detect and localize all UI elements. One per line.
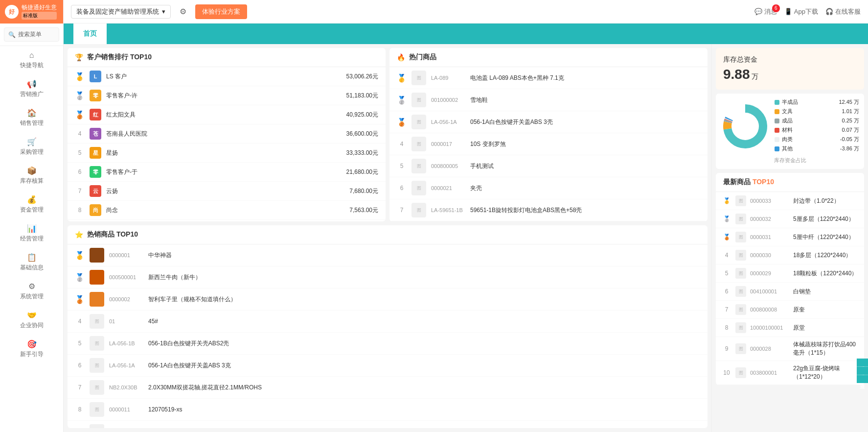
sidebar-item-营销推广[interactable]: 📢营销推广	[0, 74, 63, 103]
fire-icon: 🔥	[397, 53, 405, 61]
legend-dot	[775, 119, 779, 123]
rank-item: 🥉红红太阳文具40,925.00元	[68, 105, 386, 124]
sidebar-item-快捷导航[interactable]: ⌂快捷导航	[0, 46, 63, 74]
gold-medal-icon: 🥇	[75, 251, 85, 260]
newest-product-item: 🥈图00000325厘多层（1220*2440）	[716, 210, 864, 228]
message-button[interactable]: 💬 消息 6	[754, 7, 777, 16]
customer-avatar: 零	[90, 90, 101, 101]
inventory-title: 库存总资金	[723, 55, 857, 64]
product-thumbnail: 图	[411, 115, 426, 129]
search-icon: 🔍	[8, 31, 16, 38]
newest-products-title: 最新商品 TOP10	[716, 173, 864, 192]
rank-number: 4	[75, 130, 85, 137]
floating-bar: 客服热线服务社区直播	[857, 359, 868, 383]
bronze-medal-icon: 🥉	[75, 110, 85, 120]
product-thumbnail: 图	[90, 314, 104, 329]
sidebar-item-资金管理[interactable]: 💰资金管理	[0, 190, 63, 219]
settings-icon[interactable]: ⚙	[176, 4, 190, 19]
product-thumbnail: 图	[411, 159, 426, 173]
chevron-down-icon: ▾	[162, 8, 165, 15]
sidebar-icon: ⌂	[29, 51, 34, 60]
trial-button[interactable]: 体验行业方案	[195, 4, 247, 19]
sidebar-item-库存核算[interactable]: 📦库存核算	[0, 161, 63, 190]
sidebar-icon: 💰	[27, 195, 37, 204]
rank-number: 8	[75, 406, 85, 413]
product-thumbnail: 图	[411, 71, 426, 85]
rank-number: 7	[75, 188, 85, 194]
customer-avatar: L	[90, 71, 101, 82]
product-name: 原奎	[793, 306, 858, 314]
sidebar-item-企业协同[interactable]: 🤝企业协同	[0, 306, 63, 335]
floating-button-客服热线[interactable]: 客服热线	[857, 359, 868, 367]
newest-product-item: 9图0000028体械蔬枝味苏打饮品400毫升（1*15）	[716, 337, 864, 361]
product-thumbnail: 图	[411, 181, 426, 195]
newest-product-item: 6图004100001白钢垫	[716, 283, 864, 301]
sidebar-item-销售管理[interactable]: 🏠销售管理	[0, 103, 63, 132]
customer-name: 星扬	[106, 149, 342, 157]
online-service-button[interactable]: 🎧 在线客服	[825, 7, 861, 16]
sidebar-search-area: 🔍 搜索菜单	[0, 24, 63, 46]
app-download-button[interactable]: 📱 App下载	[784, 7, 818, 16]
rank-item: 5星星扬33,333.00元	[68, 144, 386, 163]
popular-product-item: 🥉图LA-056-1A056-1A白色按键开关盖ABS 3壳	[389, 111, 708, 133]
silver-medal-icon: 🥈	[75, 91, 85, 100]
legend-label: 半成品	[782, 98, 836, 106]
customer-amount: 7,680.00元	[349, 187, 378, 195]
product-thumbnail: 图	[735, 367, 746, 378]
product-thumbnail: 图	[90, 424, 104, 428]
product-code: LA-056-1B	[109, 340, 143, 346]
system-selector[interactable]: 装备及固定资产辅助管理系统 ▾	[71, 5, 171, 19]
rank-item: 7云云扬7,680.00元	[68, 182, 386, 201]
nav-home[interactable]: 首页	[73, 24, 107, 44]
rank-number: 5	[722, 270, 731, 277]
product-code: 0000001	[109, 252, 143, 258]
floating-button-直播[interactable]: 直播	[857, 375, 868, 383]
hot-products-card: ⭐ 热销商品 TOP10 🥇0000001中华神器🥈000500001新西兰牛肉…	[68, 225, 708, 428]
search-menu-button[interactable]: 🔍 搜索菜单	[4, 27, 59, 42]
sidebar-item-系统管理[interactable]: ⚙系统管理	[0, 277, 63, 306]
product-code: 0000002	[109, 296, 143, 302]
rank-item: 🥈零零售客户-许51,183.00元	[68, 86, 386, 105]
newest-product-item: 4图000003018多层（1220*2440）	[716, 246, 864, 264]
product-name: 手机测试	[470, 162, 700, 170]
content-area: 🏆 客户销售排行 TOP10 🥇LLS 客户53,006.26元🥈零零售客户-许…	[64, 44, 868, 432]
hot-product-item: 5图LA-056-1B056-1B白色按键开关壳ABS2壳	[68, 333, 708, 355]
product-code: 0000032	[750, 216, 789, 222]
topbar: 装备及固定资产辅助管理系统 ▾ ⚙ 体验行业方案 💬 消息 6 📱 App下载 …	[64, 0, 868, 24]
product-name: 18颗粒板（1220*2440）	[793, 269, 858, 278]
sidebar-item-基础信息[interactable]: 📋基础信息	[0, 248, 63, 277]
customer-avatar: 零	[90, 166, 101, 178]
product-name: 雪地鞋	[470, 96, 700, 104]
popular-product-item: 🥈图001000002雪地鞋	[389, 89, 708, 111]
sidebar-item-经营管理[interactable]: 📊经营管理	[0, 219, 63, 248]
product-name: 45#	[148, 318, 700, 325]
sidebar-icon: ⚙	[28, 282, 35, 291]
sidebar-icon: 📦	[27, 166, 37, 175]
product-thumbnail: 图	[90, 402, 104, 417]
legend-dot	[775, 109, 779, 114]
customer-name: 苍南县人民医院	[106, 130, 342, 138]
sidebar-item-采购管理[interactable]: 🛒采购管理	[0, 132, 63, 161]
bronze-medal-icon: 🥉	[722, 234, 731, 240]
rank-number: 5	[75, 340, 85, 347]
legend-value: 12.45 万	[839, 98, 859, 106]
floating-button-服务社区[interactable]: 服务社区	[857, 367, 868, 375]
customer-amount: 53,006.26元	[346, 72, 378, 81]
rank-number: 7	[722, 306, 731, 313]
hot-product-item: 🥇0000001中华神器	[68, 244, 708, 266]
rank-item: 8尚尚念7,563.00元	[68, 201, 386, 220]
product-name: 花语萌值温分腿睡袋（厚款）	[149, 428, 700, 429]
sidebar-icon: 🏠	[27, 108, 37, 118]
hot-product-item: 🥈000500001新西兰牛肉（新牛）	[68, 266, 708, 288]
phone-icon: 📱	[784, 8, 792, 15]
gold-medal-icon: 🥇	[75, 72, 85, 81]
product-thumbnail: 图	[735, 232, 746, 242]
product-code: 0000030	[750, 252, 789, 258]
legend-item: 文具1.01 万	[775, 108, 859, 115]
chart-inner: 半成品12.45 万文具1.01 万成品0.25 万材料0.07 万肉类-0.0…	[721, 98, 859, 154]
product-name: 体械蔬枝味苏打饮品400毫升（1*15）	[793, 340, 858, 357]
sidebar-item-新手引导[interactable]: 🎯新手引导	[0, 335, 63, 363]
popular-product-item: 🥇图LA-089电池盖 LA-089 ABS本色+黑种 7.1克	[389, 67, 708, 89]
product-name: 22g鱼豆腐-烧烤味（1*12*20）	[793, 364, 858, 381]
popular-products-list: 🥇图LA-089电池盖 LA-089 ABS本色+黑种 7.1克🥈图001000…	[389, 67, 708, 221]
